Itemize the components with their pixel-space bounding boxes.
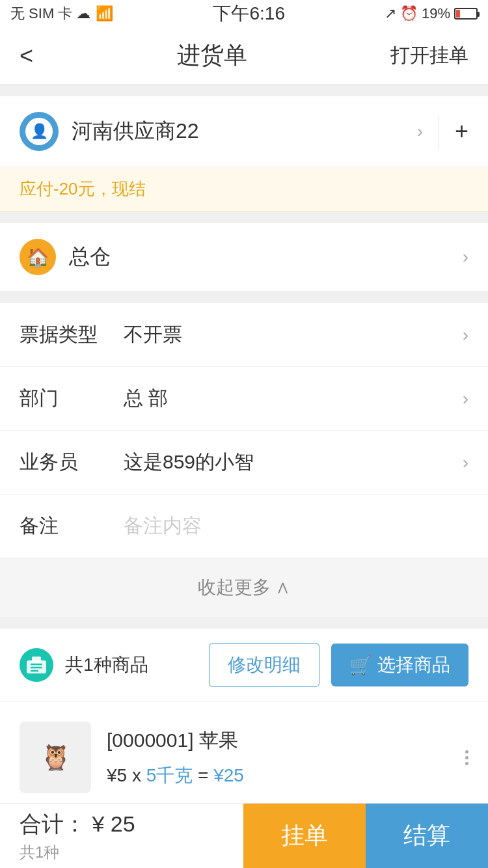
battery-icon (454, 8, 478, 20)
staff-row[interactable]: 业务员 这是859的小智 › (0, 430, 488, 494)
warehouse-row[interactable]: 🏠 总仓 › (0, 223, 488, 291)
supplier-row[interactable]: 👤 河南供应商22 › + (0, 96, 488, 167)
invoice-label: 票据类型 (20, 321, 124, 348)
dept-row[interactable]: 部门 总 部 › (0, 366, 488, 430)
open-pending-button[interactable]: 打开挂单 (390, 42, 468, 69)
warehouse-icon: 🏠 (20, 239, 56, 275)
product-code: [0000001] (107, 729, 193, 751)
invoice-arrow-icon: › (463, 325, 468, 346)
supplier-avatar: 👤 (20, 112, 59, 151)
person-icon: 👤 (31, 123, 48, 140)
sim-status: 无 SIM 卡 ☁ (10, 4, 90, 23)
section-gap-1 (0, 85, 488, 96)
section-gap-2 (0, 211, 488, 223)
product-info: [0000001] 苹果 ¥5 x 5千克 = ¥25 (107, 727, 465, 788)
product-price: ¥5 x 5千克 = ¥25 (107, 763, 465, 788)
section-gap-4 (0, 617, 488, 629)
payment-notice: 应付-20元，现结 (0, 167, 488, 211)
select-product-label: 选择商品 (377, 653, 450, 677)
status-right: ↗ ⏰ 19% (385, 5, 478, 22)
vertical-divider (439, 115, 439, 148)
dot-2 (465, 756, 468, 759)
dept-value: 总 部 (124, 385, 463, 412)
supplier-avatar-inner: 👤 (25, 118, 53, 145)
supplier-arrow-icon: › (417, 121, 423, 142)
collapse-button[interactable]: 收起更多 ∧ (0, 558, 488, 617)
invoice-row[interactable]: 票据类型 不开票 › (0, 303, 488, 366)
total-value: ¥ 25 (92, 811, 135, 836)
product-count-icon (20, 648, 53, 682)
product-item: 🦉 [0000001] 苹果 ¥5 x 5千克 = ¥25 (0, 703, 488, 812)
modify-detail-button[interactable]: 修改明细 (209, 643, 319, 687)
total-value: ¥25 (213, 765, 244, 785)
warehouse-arrow-icon: › (463, 247, 468, 267)
nav-bar: < 进货单 打开挂单 (0, 27, 488, 85)
staff-value: 这是859的小智 (124, 449, 463, 476)
dept-label: 部门 (20, 385, 124, 412)
remark-label: 备注 (20, 513, 124, 539)
price-separator: x (132, 765, 146, 785)
supplier-section: 👤 河南供应商22 › + 应付-20元，现结 (0, 96, 488, 211)
product-header: 共1种商品 修改明细 🛒 选择商品 (0, 629, 488, 702)
form-section: 票据类型 不开票 › 部门 总 部 › 业务员 这是859的小智 › 备注 备注… (0, 303, 488, 617)
quantity-value: 5千克 (146, 765, 193, 785)
invoice-value: 不开票 (124, 321, 463, 348)
section-gap-3 (0, 291, 488, 303)
back-button[interactable]: < (20, 42, 33, 70)
alarm-icon: ⏰ (400, 5, 418, 22)
dept-arrow-icon: › (463, 388, 468, 409)
bottom-bar: 合计： ¥ 25 共1种 挂单 结算 (0, 803, 488, 868)
total-count: 共1种 (20, 842, 224, 863)
warehouse-name: 总仓 (69, 243, 463, 271)
product-more-button[interactable] (465, 750, 468, 765)
staff-label: 业务员 (20, 449, 124, 476)
bottom-total: 合计： ¥ 25 共1种 (0, 809, 243, 863)
battery-percent: 19% (422, 5, 450, 22)
status-left: 无 SIM 卡 ☁ 📶 (10, 4, 113, 23)
total-amount: 合计： ¥ 25 (20, 809, 224, 839)
product-count: 共1种商品 (65, 653, 209, 677)
page-title: 进货单 (177, 40, 247, 72)
total-label: 合计： (20, 811, 86, 836)
location-icon: ↗ (385, 5, 396, 22)
staff-arrow-icon: › (463, 452, 468, 473)
product-section: 共1种商品 修改明细 🛒 选择商品 🦉 [0000001] 苹果 ¥5 x 5千… (0, 629, 488, 812)
supplier-name: 河南供应商22 (72, 117, 417, 146)
dot-1 (465, 750, 468, 753)
product-name: [0000001] 苹果 (107, 727, 465, 754)
dot-3 (465, 762, 468, 765)
warehouse-section: 🏠 总仓 › (0, 223, 488, 291)
select-product-button[interactable]: 🛒 选择商品 (331, 644, 468, 686)
product-title: 苹果 (199, 729, 238, 751)
checkout-button[interactable]: 结算 (366, 804, 488, 869)
price-value: ¥5 (107, 765, 127, 785)
status-time: 下午6:16 (213, 1, 285, 26)
pending-button[interactable]: 挂单 (243, 804, 366, 869)
svg-rect-1 (32, 657, 41, 663)
remark-row[interactable]: 备注 备注内容 (0, 494, 488, 558)
wifi-icon: 📶 (96, 5, 113, 22)
equals-sign: = (198, 765, 213, 785)
product-thumbnail: 🦉 (20, 722, 91, 793)
cart-icon: 🛒 (349, 655, 372, 676)
status-bar: 无 SIM 卡 ☁ 📶 下午6:16 ↗ ⏰ 19% (0, 0, 488, 27)
add-supplier-button[interactable]: + (455, 118, 468, 145)
remark-input[interactable]: 备注内容 (124, 513, 468, 539)
owl-icon: 🦉 (40, 743, 71, 772)
